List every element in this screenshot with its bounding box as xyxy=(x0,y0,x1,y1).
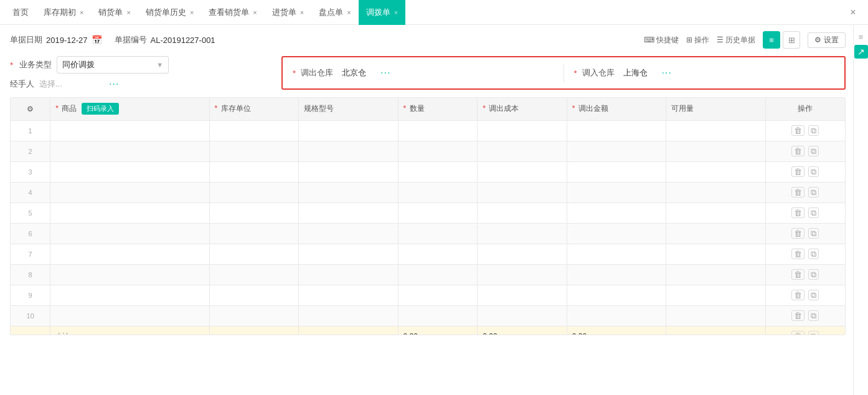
table-cell[interactable] xyxy=(50,120,209,141)
close-tab-inventory-init[interactable]: × xyxy=(80,9,83,16)
table-cell[interactable] xyxy=(299,202,399,223)
table-cell[interactable] xyxy=(299,120,399,141)
delete-row-btn[interactable]: 🗑 xyxy=(791,310,804,321)
tab-sales-history[interactable]: 销货单历史 × xyxy=(138,0,201,25)
table-scroll[interactable]: ⚙ * 商品 扫码录入 * 库存单位 规格型号 xyxy=(11,98,845,335)
copy-row-btn[interactable]: ⧉ xyxy=(808,125,819,136)
table-cell[interactable] xyxy=(567,285,666,305)
table-cell[interactable] xyxy=(209,223,299,244)
copy-row-btn[interactable]: ⧉ xyxy=(808,166,819,177)
close-tab-purchase[interactable]: × xyxy=(300,9,304,16)
tab-view-sales[interactable]: 查看销货单 × xyxy=(201,0,264,25)
copy-row-btn[interactable]: ⧉ xyxy=(808,187,819,198)
table-cell[interactable] xyxy=(50,244,209,264)
calendar-icon[interactable]: 📅 xyxy=(92,35,102,45)
copy-row-btn[interactable]: ⧉ xyxy=(808,269,819,280)
table-cell[interactable] xyxy=(299,305,399,326)
table-cell[interactable] xyxy=(666,223,766,244)
person-select[interactable]: 选择... xyxy=(39,79,101,90)
table-cell[interactable] xyxy=(209,161,299,182)
th-gear[interactable]: ⚙ xyxy=(11,98,50,120)
table-cell[interactable] xyxy=(299,264,399,285)
table-cell[interactable] xyxy=(478,202,567,223)
tab-sales-order[interactable]: 销货单 × xyxy=(91,0,138,25)
table-cell[interactable] xyxy=(478,244,567,264)
tab-stocktake[interactable]: 盘点单 × xyxy=(311,0,358,25)
table-cell[interactable] xyxy=(209,120,299,141)
table-cell[interactable] xyxy=(398,264,478,285)
table-cell[interactable] xyxy=(50,285,209,305)
table-cell[interactable] xyxy=(567,120,666,141)
tab-purchase[interactable]: 进货单 × xyxy=(265,0,311,25)
table-cell[interactable] xyxy=(209,141,299,161)
table-cell[interactable] xyxy=(478,285,567,305)
table-cell[interactable] xyxy=(567,141,666,161)
table-cell[interactable] xyxy=(50,141,209,161)
table-cell[interactable] xyxy=(50,161,209,182)
list-view-btn[interactable]: ≡ xyxy=(763,31,780,49)
table-cell[interactable] xyxy=(299,223,399,244)
copy-row-btn[interactable]: ⧉ xyxy=(808,290,819,300)
copy-row-btn[interactable]: ⧉ xyxy=(808,310,819,321)
table-cell[interactable] xyxy=(478,141,567,161)
table-cell[interactable] xyxy=(398,161,478,182)
warehouse-out-more-btn[interactable]: ··· xyxy=(378,67,393,79)
shortcuts-btn[interactable]: ⌨ 快捷键 xyxy=(644,35,679,45)
table-cell[interactable] xyxy=(567,182,666,202)
table-cell[interactable] xyxy=(666,285,766,305)
table-cell[interactable] xyxy=(666,202,766,223)
table-cell[interactable] xyxy=(666,141,766,161)
table-cell[interactable] xyxy=(567,305,666,326)
person-more-btn[interactable]: ··· xyxy=(106,79,121,90)
table-cell[interactable] xyxy=(209,202,299,223)
delete-row-btn[interactable]: 🗑 xyxy=(791,125,804,136)
table-cell[interactable] xyxy=(209,305,299,326)
warehouse-in-more-btn[interactable]: ··· xyxy=(659,67,674,79)
delete-row-btn[interactable]: 🗑 xyxy=(791,331,804,335)
table-cell[interactable] xyxy=(398,202,478,223)
tab-home[interactable]: 首页 xyxy=(5,0,36,25)
table-cell[interactable] xyxy=(478,161,567,182)
delete-row-btn[interactable]: 🗑 xyxy=(791,146,804,156)
table-cell[interactable] xyxy=(398,285,478,305)
table-cell[interactable] xyxy=(299,244,399,264)
close-all-tabs[interactable]: × xyxy=(843,2,863,22)
copy-row-btn[interactable]: ⧉ xyxy=(808,331,819,335)
delete-row-btn[interactable]: 🗑 xyxy=(791,269,804,280)
table-cell[interactable] xyxy=(567,202,666,223)
close-tab-sales-order[interactable]: × xyxy=(126,9,130,16)
copy-row-btn[interactable]: ⧉ xyxy=(808,228,819,239)
delete-row-btn[interactable]: 🗑 xyxy=(791,249,804,259)
table-cell[interactable] xyxy=(666,161,766,182)
table-cell[interactable] xyxy=(299,285,399,305)
table-cell[interactable] xyxy=(299,326,399,335)
table-cell[interactable] xyxy=(666,305,766,326)
table-cell[interactable] xyxy=(478,223,567,244)
table-cell[interactable] xyxy=(478,120,567,141)
table-cell[interactable] xyxy=(478,182,567,202)
table-cell[interactable] xyxy=(209,264,299,285)
table-cell[interactable] xyxy=(299,161,399,182)
table-cell[interactable] xyxy=(666,120,766,141)
copy-row-btn[interactable]: ⧉ xyxy=(808,249,819,259)
table-cell[interactable] xyxy=(567,223,666,244)
scan-btn[interactable]: 扫码录入 xyxy=(82,103,119,115)
close-tab-stocktake[interactable]: × xyxy=(347,9,351,16)
close-tab-view-sales[interactable]: × xyxy=(253,9,257,16)
delete-row-btn[interactable]: 🗑 xyxy=(791,228,804,239)
table-cell[interactable] xyxy=(398,223,478,244)
setting-button[interactable]: ⚙ 设置 xyxy=(808,32,846,48)
table-cell[interactable] xyxy=(50,182,209,202)
table-cell[interactable] xyxy=(398,182,478,202)
table-cell[interactable] xyxy=(299,141,399,161)
table-cell[interactable] xyxy=(666,244,766,264)
table-cell[interactable] xyxy=(567,244,666,264)
close-tab-sales-history[interactable]: × xyxy=(190,9,194,16)
table-cell[interactable] xyxy=(50,264,209,285)
table-cell[interactable] xyxy=(50,305,209,326)
tab-transfer[interactable]: 调拨单 × xyxy=(359,0,405,25)
delete-row-btn[interactable]: 🗑 xyxy=(791,166,804,177)
sidebar-list-icon[interactable]: ≡ xyxy=(854,30,868,44)
table-cell[interactable] xyxy=(478,264,567,285)
delete-row-btn[interactable]: 🗑 xyxy=(791,290,804,300)
